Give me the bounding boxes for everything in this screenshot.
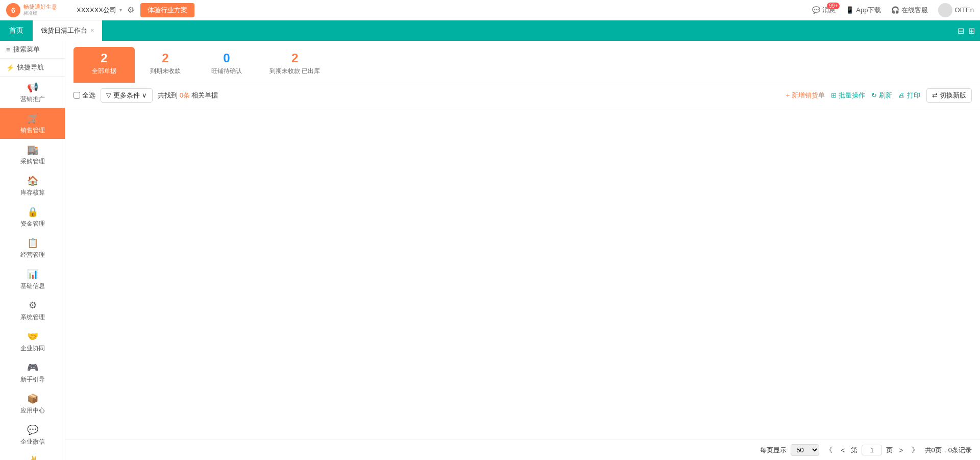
app-download-button[interactable]: 📱 App下载 <box>846 6 881 15</box>
select-all-checkbox[interactable]: 全选 <box>74 91 95 100</box>
company-selector[interactable]: XXXXXX公司 ▾ <box>77 6 122 15</box>
sidebar-item-label: 库存核算 <box>20 188 45 197</box>
sidebar-item-label: 采购管理 <box>20 157 45 166</box>
system-icon: ⚙ <box>29 300 37 311</box>
message-button[interactable]: 💬 消息 99+ <box>812 6 836 15</box>
select-all-label: 全选 <box>82 91 95 100</box>
per-page-select[interactable]: 50 100 200 <box>791 444 819 456</box>
next-page-button[interactable]: > <box>897 445 905 455</box>
switch-version-button[interactable]: ⇄ 切换新版 <box>926 88 972 103</box>
close-icon[interactable]: × <box>90 27 94 34</box>
card-label-overdue: 到期未收款 <box>147 67 184 76</box>
quick-nav-item[interactable]: ⚡ 快捷导航 <box>0 59 65 77</box>
pagination-bar: 每页显示 50 100 200 《 < 第 页 > 》 共0页，0条记录 <box>65 440 980 460</box>
card-label-pending: 旺铺待确认 <box>208 67 245 76</box>
batch-label: 批量操作 <box>839 91 865 100</box>
table-area <box>65 108 980 440</box>
first-page-button[interactable]: 《 <box>823 445 835 456</box>
summary-card-overdue[interactable]: 2 到期未收款 <box>135 47 196 83</box>
sidebar-item-finance[interactable]: 🔒 资金管理 <box>0 201 65 232</box>
sidebar-item-operations[interactable]: 📋 经营管理 <box>0 232 65 263</box>
message-badge: 99+ <box>827 3 840 9</box>
refresh-button[interactable]: ↻ 刷新 <box>871 91 892 100</box>
card-num-shipped: 2 <box>270 51 320 66</box>
more-filters-button[interactable]: ▽ 更多条件 ∨ <box>101 88 153 103</box>
page-label: 第 <box>851 446 857 455</box>
company-name: XXXXXX公司 <box>77 6 116 15</box>
content-area: 2 全部单据 2 到期未收款 0 旺铺待确认 2 到期未收款 已出库 全选 <box>65 41 980 460</box>
newguide-icon: 🎮 <box>27 362 38 373</box>
marketing-icon: 📢 <box>27 82 38 93</box>
trial-button[interactable]: 体验行业方案 <box>140 3 194 17</box>
card-label-all: 全部单据 <box>86 67 122 76</box>
top-right-area: 💬 消息 99+ 📱 App下载 🎧 在线客服 OfTEn <box>812 3 974 17</box>
sidebar-item-appcenter[interactable]: 📦 应用中心 <box>0 388 65 419</box>
sidebar-item-label: 企业微信 <box>20 438 45 446</box>
batch-operation-button[interactable]: ⊞ 批量操作 <box>831 91 865 100</box>
active-tab-label: 钱货日清工作台 <box>41 26 87 35</box>
settings-button[interactable]: ⚙ <box>127 5 134 15</box>
sidebar-item-system[interactable]: ⚙ 系统管理 <box>0 295 65 326</box>
sidebar-item-label: 基础信息 <box>20 282 45 290</box>
basicinfo-icon: 📊 <box>27 269 38 280</box>
filter-icon: ▽ <box>106 91 111 99</box>
card-num-pending: 0 <box>208 51 245 66</box>
sidebar-item-inventory[interactable]: 🏠 库存核算 <box>0 170 65 201</box>
sidebar-item-sales[interactable]: 🛒 销售管理 <box>0 108 65 139</box>
toolbar-right: + 新增销货单 ⊞ 批量操作 ↻ 刷新 🖨 打印 ⇄ 切换新版 <box>786 88 972 103</box>
online-service-button[interactable]: 🎧 在线客服 <box>891 6 928 15</box>
search-icon: ≡ <box>6 46 10 54</box>
page-suffix: 页 <box>886 446 893 455</box>
summary-card-shipped[interactable]: 2 到期未收款 已出库 <box>257 47 332 83</box>
avatar <box>938 3 952 17</box>
weixin-icon: 💬 <box>27 424 38 435</box>
logo-area: 6 畅捷通好生意 标准版 <box>6 3 71 17</box>
refresh-label: 刷新 <box>879 91 892 100</box>
logo-text: 畅捷通好生意 <box>23 3 57 10</box>
switch-icon: ⇄ <box>932 91 938 99</box>
home-tab[interactable]: 首页 <box>0 20 33 41</box>
message-icon: 💬 <box>812 6 820 14</box>
sidebar-item-label: 新手引导 <box>20 375 45 384</box>
nav-tab-actions: ⊟ ⊞ <box>958 20 980 41</box>
purchase-icon: 🏬 <box>27 144 38 155</box>
sidebar-item-label: 营销推广 <box>20 95 45 104</box>
finance-icon: 🔒 <box>27 206 38 217</box>
minimize-icon[interactable]: ⊟ <box>958 26 964 36</box>
quick-nav-label: 快捷导航 <box>17 63 44 72</box>
maximize-icon[interactable]: ⊞ <box>968 26 975 36</box>
inventory-icon: 🏠 <box>27 175 38 186</box>
switch-label: 切换新版 <box>940 91 966 100</box>
search-menu[interactable]: ≡ 搜索菜单 <box>0 41 65 59</box>
sidebar-item-label: 系统管理 <box>20 313 45 322</box>
sidebar-item-label: 资金管理 <box>20 220 45 228</box>
found-count: 0条 <box>180 91 190 99</box>
sidebar-item-weixin[interactable]: 💬 企业微信 <box>0 419 65 450</box>
lightning-icon: ⚡ <box>6 64 14 71</box>
sidebar-item-label: 企业协同 <box>20 344 45 353</box>
add-sales-order-button[interactable]: + 新增销货单 <box>786 91 825 100</box>
sidebar-item-purchase[interactable]: 🏬 采购管理 <box>0 139 65 170</box>
active-tab[interactable]: 钱货日清工作台 × <box>33 20 102 41</box>
total-records-label: 共0页，0条记录 <box>925 446 972 455</box>
sidebar-item-marketing[interactable]: 📢 营销推广 <box>0 77 65 108</box>
found-suffix: 相关单据 <box>191 91 218 99</box>
select-all-input[interactable] <box>74 92 80 99</box>
sidebar-item-basicinfo[interactable]: 📊 基础信息 <box>0 263 65 295</box>
last-page-button[interactable]: 》 <box>910 445 921 456</box>
sidebar-item-member[interactable]: ✌ 畅会员 <box>0 450 65 460</box>
print-button[interactable]: 🖨 打印 <box>898 91 920 100</box>
current-page-input[interactable] <box>862 445 882 455</box>
batch-icon: ⊞ <box>831 91 837 99</box>
avatar-area[interactable]: OfTEn <box>938 3 974 17</box>
logo-badge: 标准版 <box>23 10 57 17</box>
summary-card-pending[interactable]: 0 旺铺待确认 <box>196 47 257 83</box>
sidebar-item-newguide[interactable]: 🎮 新手引导 <box>0 357 65 388</box>
toolbar: 全选 ▽ 更多条件 ∨ 共找到 0条 相关单据 + 新增销货单 ⊞ 批量操作 ↻ <box>65 83 980 108</box>
summary-card-all[interactable]: 2 全部单据 <box>74 47 135 83</box>
print-icon: 🖨 <box>898 91 905 99</box>
sidebar-item-label: 销售管理 <box>20 126 45 135</box>
sidebar-item-enterprise[interactable]: 🤝 企业协同 <box>0 326 65 357</box>
more-filters-label: 更多条件 <box>113 91 140 100</box>
prev-page-button[interactable]: < <box>839 445 847 455</box>
